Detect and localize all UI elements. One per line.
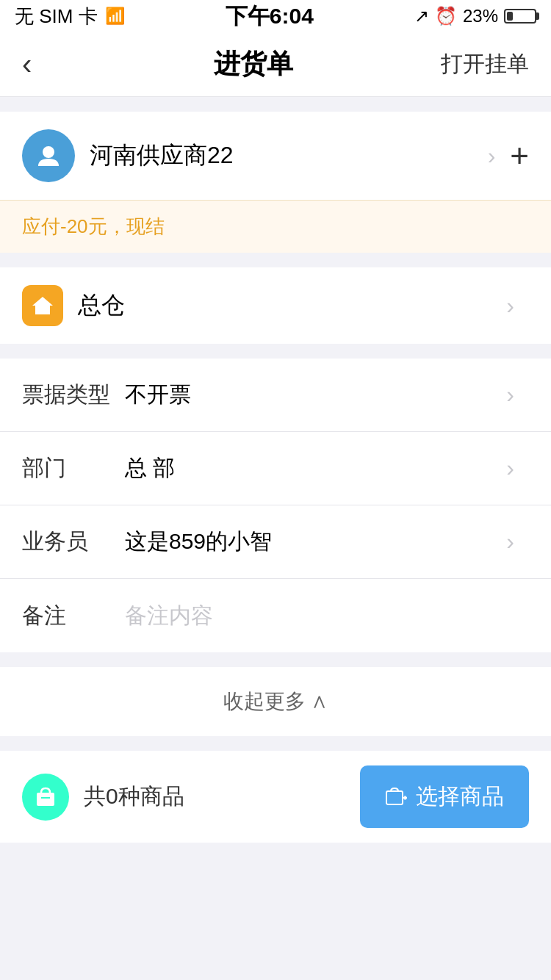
- no-sim-label: 无 SIM 卡: [15, 4, 98, 29]
- invoice-type-chevron-icon: ›: [506, 381, 514, 408]
- status-time: 下午6:04: [226, 1, 314, 32]
- invoice-type-label: 票据类型: [22, 380, 125, 410]
- salesperson-row[interactable]: 业务员 这是859的小智 ›: [0, 505, 551, 579]
- select-product-label: 选择商品: [416, 782, 504, 812]
- svg-point-0: [43, 146, 54, 158]
- product-count-icon: [22, 774, 69, 821]
- collapse-label: 收起更多 ∧: [223, 688, 328, 716]
- top-divider: [0, 97, 551, 112]
- product-count-label: 共0种商品: [84, 782, 345, 812]
- svg-rect-2: [37, 793, 54, 806]
- department-row[interactable]: 部门 总 部 ›: [0, 432, 551, 505]
- warehouse-chevron-icon: ›: [506, 292, 514, 320]
- select-product-button[interactable]: 选择商品: [360, 765, 529, 828]
- page-title: 进货单: [214, 46, 293, 82]
- wifi-icon: 📶: [105, 7, 125, 26]
- svg-marker-1: [32, 297, 53, 314]
- supplier-avatar: [22, 129, 75, 182]
- invoice-type-row[interactable]: 票据类型 不开票 ›: [0, 359, 551, 432]
- department-value: 总 部: [125, 453, 506, 483]
- status-right: ↗ ⏰ 23%: [414, 6, 536, 26]
- shopping-bag-icon: [32, 784, 59, 810]
- status-left: 无 SIM 卡 📶: [15, 4, 125, 29]
- remarks-row[interactable]: 备注 备注内容: [0, 579, 551, 652]
- nav-bar: ‹ 进货单 打开挂单: [0, 32, 551, 97]
- invoice-type-value: 不开票: [125, 380, 506, 410]
- home-icon: [31, 294, 54, 317]
- supplier-row[interactable]: 河南供应商22 › +: [0, 112, 551, 200]
- select-product-icon: [385, 787, 408, 807]
- warehouse-row[interactable]: 总仓 ›: [0, 267, 551, 344]
- back-button[interactable]: ‹: [22, 48, 66, 81]
- department-label: 部门: [22, 453, 125, 483]
- battery-label: 23%: [463, 6, 498, 26]
- add-button[interactable]: +: [510, 137, 529, 174]
- remarks-placeholder[interactable]: 备注内容: [125, 601, 529, 631]
- open-pending-button[interactable]: 打开挂单: [441, 49, 529, 79]
- battery-icon: [504, 9, 536, 24]
- person-icon: [35, 143, 62, 169]
- svg-rect-4: [386, 791, 403, 804]
- alarm-icon: ⏰: [435, 6, 457, 26]
- department-chevron-icon: ›: [506, 455, 514, 482]
- notice-banner: 应付-20元，现结: [0, 200, 551, 253]
- salesperson-value: 这是859的小智: [125, 527, 506, 557]
- supplier-name: 河南供应商22: [90, 140, 488, 172]
- status-bar: 无 SIM 卡 📶 下午6:04 ↗ ⏰ 23%: [0, 0, 551, 32]
- collapse-section[interactable]: 收起更多 ∧: [0, 667, 551, 736]
- warehouse-name: 总仓: [78, 289, 506, 322]
- supplier-chevron-icon: ›: [488, 143, 496, 170]
- bottom-action-bar: 共0种商品 选择商品: [0, 751, 551, 843]
- warehouse-icon: [22, 285, 63, 326]
- supplier-section: 河南供应商22 › + 应付-20元，现结: [0, 112, 551, 253]
- form-section: 票据类型 不开票 › 部门 总 部 › 业务员 这是859的小智 › 备注 备注…: [0, 359, 551, 652]
- warehouse-section: 总仓 ›: [0, 267, 551, 344]
- salesperson-label: 业务员: [22, 527, 125, 557]
- salesperson-chevron-icon: ›: [506, 528, 514, 555]
- back-icon: ‹: [22, 48, 32, 81]
- location-icon: ↗: [414, 6, 429, 26]
- remarks-label: 备注: [22, 601, 125, 631]
